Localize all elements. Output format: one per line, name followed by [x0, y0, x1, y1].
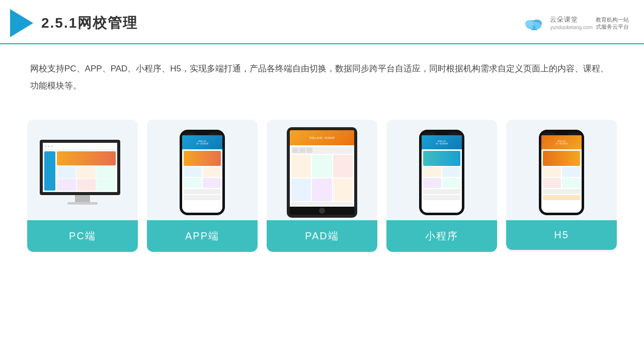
logo-triangle-icon — [10, 9, 33, 37]
card-app-image: 职场人的第一堂训练课 — [147, 120, 258, 220]
card-miniprogram-image: 职场人的第一堂训练课 — [386, 120, 497, 220]
brand-tagline: 教育机构一站 式服务云平台 — [596, 16, 629, 31]
svg-rect-4 — [533, 26, 535, 30]
cloud-icon — [522, 15, 547, 32]
card-h5-image: 职场人的第一堂训练课 — [506, 120, 617, 220]
svg-point-3 — [525, 20, 533, 27]
card-app-label: APP端 — [147, 220, 258, 252]
brand-text: 云朵课堂 yunduoketang.com — [550, 16, 593, 31]
app-phone-icon: 职场人的第一堂训练课 — [180, 130, 225, 215]
miniprogram-phone-icon: 职场人的第一堂训练课 — [419, 130, 464, 215]
cards-section: PC端 职场人的第一堂训练课 — [0, 110, 644, 252]
brand-tagline-line2: 式服务云平台 — [596, 23, 629, 30]
brand-url: yunduoketang.com — [550, 24, 593, 31]
header-right: 云朵课堂 yunduoketang.com 教育机构一站 式服务云平台 — [522, 15, 629, 32]
card-pc-image — [27, 120, 138, 220]
card-pad: 职场人的第一堂训练课 — [267, 120, 377, 252]
brand-tagline-line1: 教育机构一站 — [596, 16, 629, 23]
card-miniprogram-label: 小程序 — [386, 220, 497, 252]
card-h5: 职场人的第一堂训练课 H5 — [506, 120, 617, 252]
h5-phone-icon: 职场人的第一堂训练课 — [539, 130, 584, 215]
card-pc: PC端 — [27, 120, 138, 252]
pad-tablet-icon: 职场人的第一堂训练课 — [287, 127, 357, 218]
page-title: 2.5.1网校管理 — [41, 14, 138, 33]
brand-logo: 云朵课堂 yunduoketang.com 教育机构一站 式服务云平台 — [522, 15, 629, 32]
description-content: 网校支持PC、APP、PAD、小程序、H5，实现多端打通，产品各终端自由切换，数… — [30, 64, 609, 90]
card-pad-image: 职场人的第一堂训练课 — [267, 120, 377, 220]
card-pc-label: PC端 — [27, 220, 138, 252]
pc-monitor-icon — [40, 140, 125, 205]
description-text: 网校支持PC、APP、PAD、小程序、H5，实现多端打通，产品各终端自由切换，数… — [0, 44, 644, 105]
page-header: 2.5.1网校管理 云朵课堂 yunduoketang.com 教育机构一站 式… — [0, 0, 644, 44]
svg-rect-5 — [531, 29, 537, 30]
card-app: 职场人的第一堂训练课 APP端 — [147, 120, 258, 252]
brand-name: 云朵课堂 — [550, 16, 578, 24]
header-left: 2.5.1网校管理 — [10, 9, 138, 37]
card-pad-label: PAD端 — [267, 220, 377, 252]
card-h5-label: H5 — [506, 220, 617, 250]
card-miniprogram: 职场人的第一堂训练课 小程序 — [386, 120, 497, 252]
